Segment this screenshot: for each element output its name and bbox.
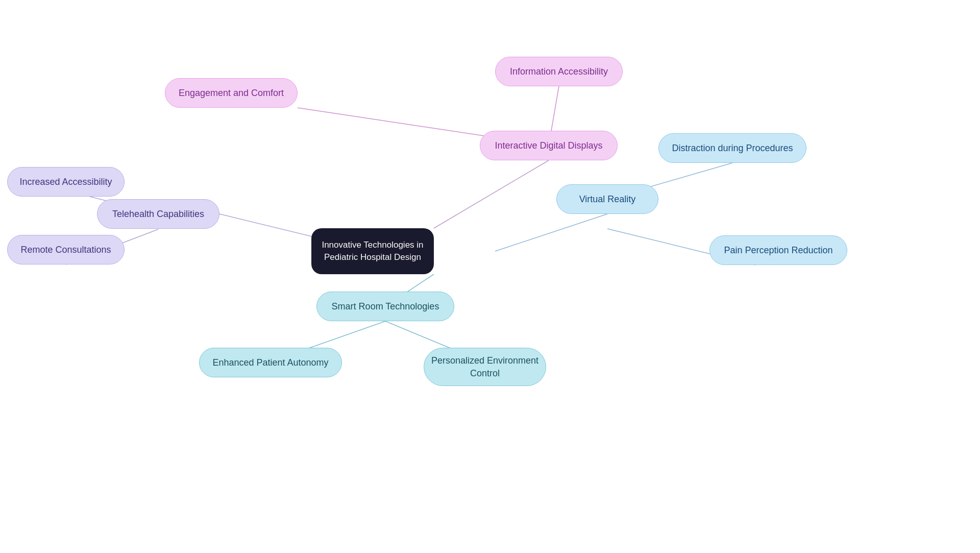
remote-consultations-label: Remote Consultations xyxy=(18,244,113,256)
virtual-reality-node: Virtual Reality xyxy=(556,184,658,214)
pain-perception-node: Pain Perception Reduction xyxy=(709,235,847,265)
information-accessibility-node: Information Accessibility xyxy=(495,57,623,86)
interactive-digital-node: Interactive Digital Displays xyxy=(480,131,618,160)
pain-perception-label: Pain Perception Reduction xyxy=(722,244,835,256)
increased-accessibility-label: Increased Accessibility xyxy=(17,176,114,188)
engagement-comfort-node: Engagement and Comfort xyxy=(165,78,298,108)
information-accessibility-label: Information Accessibility xyxy=(508,65,610,78)
distraction-procedures-label: Distraction during Procedures xyxy=(670,142,795,154)
remote-consultations-node: Remote Consultations xyxy=(7,235,125,265)
telehealth-node: Telehealth Capabilities xyxy=(97,199,219,229)
telehealth-label: Telehealth Capabilities xyxy=(110,208,206,220)
increased-accessibility-node: Increased Accessibility xyxy=(7,167,125,197)
svg-line-2 xyxy=(495,214,607,251)
personalized-env-label: Personalized Environment Control xyxy=(424,354,546,379)
engagement-comfort-label: Engagement and Comfort xyxy=(177,87,286,99)
center-node: Innovative Technologies in Pediatric Hos… xyxy=(311,228,434,274)
center-label: Innovative Technologies in Pediatric Hos… xyxy=(311,239,434,263)
interactive-digital-label: Interactive Digital Displays xyxy=(493,139,604,152)
enhanced-patient-node: Enhanced Patient Autonomy xyxy=(199,348,342,377)
distraction-procedures-node: Distraction during Procedures xyxy=(658,133,806,163)
smart-room-node: Smart Room Technologies xyxy=(316,292,454,321)
smart-room-label: Smart Room Technologies xyxy=(330,300,442,312)
enhanced-patient-label: Enhanced Patient Autonomy xyxy=(210,356,330,369)
personalized-env-node: Personalized Environment Control xyxy=(424,348,546,386)
svg-line-0 xyxy=(434,160,549,228)
virtual-reality-label: Virtual Reality xyxy=(577,193,638,205)
